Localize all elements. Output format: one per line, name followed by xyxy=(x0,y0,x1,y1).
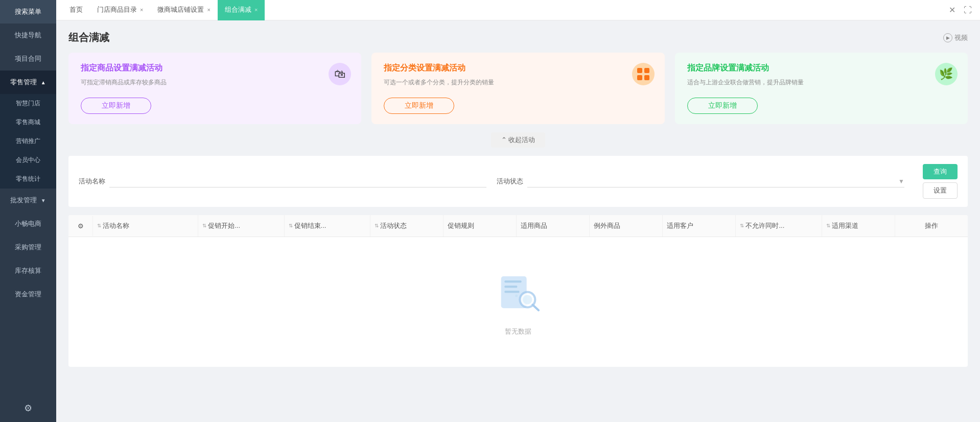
sidebar-item-project-contract[interactable]: 项目合同 xyxy=(0,47,56,71)
table-header: ⚙ ⇅ 活动名称 ⇅ 促销开始... ⇅ 促销结束... ⇅ 活动状态 xyxy=(68,215,968,237)
close-window-button[interactable]: ✕ xyxy=(947,3,958,17)
th-settings[interactable]: ⚙ xyxy=(68,216,93,236)
th-label: 适用商品 xyxy=(521,221,547,230)
page-content: 组合满减 ▶ 视频 🛍 指定商品设置满减活动 可指定滞销商品或库存较多商品 立即… xyxy=(56,20,980,422)
sidebar-item-xiaochang[interactable]: 小畅电商 xyxy=(0,212,56,236)
sidebar-label: 批发管理 xyxy=(10,196,37,204)
tab-actions: ✕ ⛶ xyxy=(947,3,974,17)
promo-card-title: 指定商品设置满减活动 xyxy=(81,63,349,74)
settings-button[interactable]: 设置 xyxy=(923,182,958,199)
th-label: 不允许同时... xyxy=(745,221,784,230)
th-label: 活动状态 xyxy=(380,221,407,230)
play-icon: ▶ xyxy=(943,33,952,42)
th-label: 适用渠道 xyxy=(832,221,858,230)
sidebar-settings[interactable]: ⚙ xyxy=(0,394,56,422)
video-link[interactable]: ▶ 视频 xyxy=(943,33,968,42)
activity-status-label: 活动状态 xyxy=(497,177,523,186)
sort-icon[interactable]: ⇅ xyxy=(289,223,293,228)
tab-ministore-settings[interactable]: 微商城店铺设置 × xyxy=(150,0,217,20)
th-label: 适用客户 xyxy=(667,221,693,230)
empty-state-icon xyxy=(493,268,544,319)
chevron-up-icon: ▲ xyxy=(41,80,46,85)
search-menu-label: 搜索菜单 xyxy=(15,8,41,15)
video-label: 视频 xyxy=(954,33,968,42)
sidebar-item-quick-nav[interactable]: 快捷导航 xyxy=(0,24,56,47)
sidebar-item-retail-mall[interactable]: 零售商城 xyxy=(0,113,56,132)
promo-add-brand-button[interactable]: 立即新增 xyxy=(687,98,758,114)
expand-window-button[interactable]: ⛶ xyxy=(962,4,974,17)
th-customer: 适用客户 xyxy=(663,215,736,237)
sort-icon[interactable]: ⇅ xyxy=(826,223,830,228)
sidebar-label: 资金管理 xyxy=(15,290,41,298)
th-status: ⇅ 活动状态 xyxy=(370,215,444,237)
sidebar-label: 零售统计 xyxy=(16,175,40,182)
th-label: 操作 xyxy=(925,221,938,230)
page-header: 组合满减 ▶ 视频 xyxy=(68,31,968,44)
empty-text: 暂无数据 xyxy=(505,327,531,336)
sidebar-label: 库存核算 xyxy=(15,267,41,274)
sidebar-item-purchase[interactable]: 采购管理 xyxy=(0,236,56,259)
collapse-bar: ⌃ 收起活动 xyxy=(68,132,968,148)
sort-icon[interactable]: ⇅ xyxy=(740,223,744,228)
th-goods: 适用商品 xyxy=(517,215,590,237)
sidebar-label: 零售商城 xyxy=(16,119,40,126)
chevron-down-icon: ▼ xyxy=(41,198,46,203)
page-title: 组合满减 xyxy=(68,31,109,44)
promo-card-brand: 🌿 指定品牌设置满减活动 适合与上游企业联合做营销，提升品牌销量 立即新增 xyxy=(675,53,968,124)
th-label: 促销规则 xyxy=(448,221,474,230)
th-action: 操作 xyxy=(895,215,968,237)
svg-line-10 xyxy=(532,305,539,311)
promo-card-icon xyxy=(632,63,655,85)
activity-name-label: 活动名称 xyxy=(79,177,105,186)
collapse-activities-button[interactable]: ⌃ 收起活动 xyxy=(491,132,546,148)
promo-card-icon: 🌿 xyxy=(935,63,958,85)
promo-card-icon: 🛍 xyxy=(329,63,351,85)
empty-state: 暂无数据 xyxy=(68,237,968,367)
sort-icon[interactable]: ⇅ xyxy=(375,223,379,228)
table-container: ⚙ ⇅ 活动名称 ⇅ 促销开始... ⇅ 促销结束... ⇅ 活动状态 xyxy=(68,215,968,367)
th-name: ⇅ 活动名称 xyxy=(93,215,198,237)
svg-rect-6 xyxy=(504,286,517,288)
sidebar-label: 项目合同 xyxy=(15,55,41,62)
svg-rect-1 xyxy=(644,68,649,73)
close-icon[interactable]: × xyxy=(140,7,143,13)
tab-bar: 首页 门店商品目录 × 微商城店铺设置 × 组合满减 × ✕ ⛶ xyxy=(56,0,980,20)
activity-name-input[interactable] xyxy=(109,175,486,187)
close-icon[interactable]: × xyxy=(207,7,210,13)
sidebar-item-wholesale[interactable]: 批发管理 ▼ xyxy=(0,189,56,212)
promo-card-title: 指定品牌设置满减活动 xyxy=(687,63,955,74)
close-icon[interactable]: × xyxy=(254,7,258,13)
filter-row: 活动名称 活动状态 ▼ 查询 设置 xyxy=(79,164,958,199)
th-end: ⇅ 促销结束... xyxy=(285,215,370,237)
activity-status-select[interactable]: ▼ xyxy=(527,176,904,187)
sidebar-label: 营销推广 xyxy=(16,137,40,145)
sidebar-search[interactable]: 搜索菜单 xyxy=(0,0,56,24)
tab-label: 首页 xyxy=(69,5,83,14)
svg-rect-2 xyxy=(637,75,642,80)
tab-product-catalog[interactable]: 门店商品目录 × xyxy=(90,0,150,20)
sidebar-item-marketing[interactable]: 营销推广 xyxy=(0,132,56,151)
sidebar-label: 快捷导航 xyxy=(15,31,41,39)
sort-icon[interactable]: ⇅ xyxy=(97,223,101,228)
sidebar-item-finance[interactable]: 资金管理 xyxy=(0,283,56,306)
sidebar-label: 零售管理 xyxy=(10,78,37,86)
sidebar-item-retail-stats[interactable]: 零售统计 xyxy=(0,170,56,189)
sidebar-item-smart-store[interactable]: 智慧门店 xyxy=(0,94,56,113)
tab-label: 组合满减 xyxy=(225,5,251,14)
th-concurrent: ⇅ 不允许同时... xyxy=(736,215,822,237)
tab-combo-discount[interactable]: 组合满减 × xyxy=(218,0,265,20)
sidebar-label: 小畅电商 xyxy=(15,220,41,227)
promo-add-category-button[interactable]: 立即新增 xyxy=(384,98,454,114)
sidebar-item-member-center[interactable]: 会员中心 xyxy=(0,151,56,170)
query-button[interactable]: 查询 xyxy=(923,164,958,179)
promo-card-desc: 可选一个或者多个分类，提升分类的销量 xyxy=(384,78,652,87)
tab-home[interactable]: 首页 xyxy=(62,0,90,20)
promo-add-product-button[interactable]: 立即新增 xyxy=(81,98,151,114)
sidebar-label: 采购管理 xyxy=(15,243,41,251)
sort-icon[interactable]: ⇅ xyxy=(202,223,206,228)
sidebar-item-inventory[interactable]: 库存核算 xyxy=(0,259,56,283)
promo-card-desc: 适合与上游企业联合做营销，提升品牌销量 xyxy=(687,78,955,87)
th-label: 促销开始... xyxy=(208,221,240,230)
sidebar-item-retail-mgmt[interactable]: 零售管理 ▲ xyxy=(0,71,56,94)
gear-icon: ⚙ xyxy=(24,403,32,413)
